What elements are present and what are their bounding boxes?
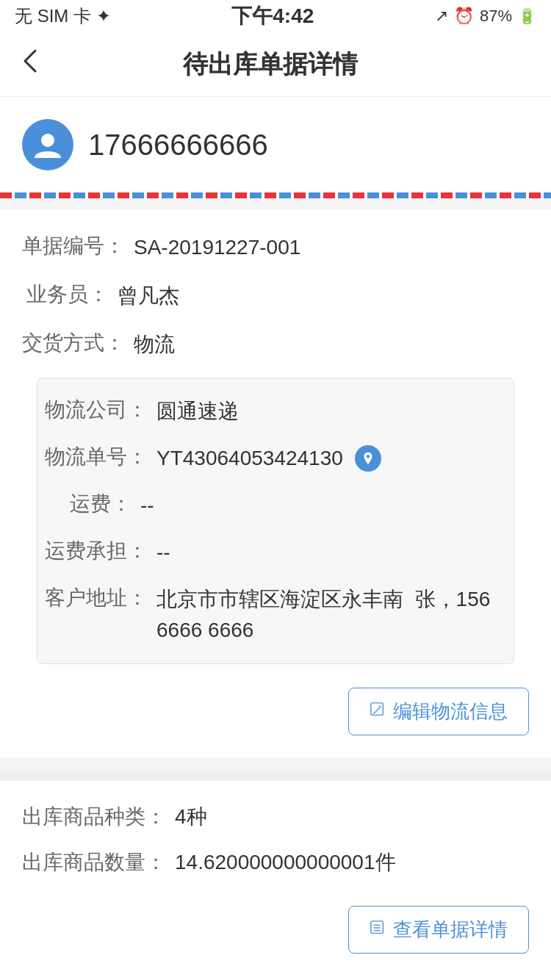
location-icon: ↗ xyxy=(435,7,448,26)
logistics-company-value: 圆通速递 xyxy=(156,396,506,427)
address-label: 客户地址： xyxy=(45,584,156,612)
freight-value: -- xyxy=(140,490,506,521)
address-value: 北京市市辖区海淀区永丰南 张，156 6666 6666 xyxy=(156,584,506,646)
freight-bear-label: 运费承担： xyxy=(45,537,156,565)
section-divider xyxy=(0,769,551,781)
view-detail-button[interactable]: 查看单据详情 xyxy=(348,906,529,954)
salesman-label: 业务员： xyxy=(22,281,118,309)
sim-status: 无 SIM 卡 ✦ xyxy=(15,4,111,28)
delivery-row: 交货方式： 物流 xyxy=(22,329,529,360)
dashed-divider xyxy=(0,192,551,198)
logistics-company-row: 物流公司： 圆通速递 xyxy=(45,396,506,427)
edit-logistics-label: 编辑物流信息 xyxy=(393,699,508,724)
document-number-label: 单据编号： xyxy=(22,232,134,260)
customer-phone: 17666666666 xyxy=(88,129,268,162)
salesman-value: 曾凡杰 xyxy=(118,281,529,311)
document-number-value: SA-20191227-001 xyxy=(134,232,529,263)
page-title: 待出库单据详情 xyxy=(53,48,488,82)
status-left: 无 SIM 卡 ✦ xyxy=(15,4,111,28)
goods-types-label: 出库商品种类： xyxy=(22,803,175,831)
status-time: 下午4:42 xyxy=(231,2,314,30)
status-right: ↗ ⏰ 87% 🔋 xyxy=(435,7,536,26)
delivery-value: 物流 xyxy=(134,329,529,360)
edit-logistics-area: 编辑物流信息 xyxy=(22,676,529,750)
customer-section: 17666666666 xyxy=(0,97,551,198)
list-icon xyxy=(370,918,386,941)
battery-icon: 🔋 xyxy=(518,7,536,25)
edit-logistics-button[interactable]: 编辑物流信息 xyxy=(348,688,529,735)
alarm-icon: ⏰ xyxy=(454,7,474,26)
view-detail-area: 查看单据详情 xyxy=(22,894,529,968)
goods-quantity-label: 出库商品数量： xyxy=(22,849,175,876)
address-row: 客户地址： 北京市市辖区海淀区永丰南 张，156 6666 6666 xyxy=(45,584,506,646)
status-bar: 无 SIM 卡 ✦ 下午4:42 ↗ ⏰ 87% 🔋 xyxy=(0,0,551,32)
goods-quantity-row: 出库商品数量： 14.620000000000001件 xyxy=(22,849,529,876)
delivery-label: 交货方式： xyxy=(22,329,134,357)
content-area: 17666666666 单据编号： SA-20191227-001 业务员： 曾… xyxy=(0,97,551,980)
logistics-tracking-row: 物流单号： YT43064053424130 xyxy=(45,443,506,474)
goods-types-row: 出库商品种类： 4种 xyxy=(22,803,529,831)
logistics-company-label: 物流公司： xyxy=(45,396,156,424)
location-map-icon[interactable] xyxy=(355,445,381,472)
goods-section: 出库商品种类： 4种 出库商品数量： 14.620000000000001件 xyxy=(0,781,551,980)
svg-rect-3 xyxy=(371,921,383,934)
logistics-tracking-label: 物流单号： xyxy=(45,443,156,471)
battery-status: 87% xyxy=(480,7,512,26)
back-button[interactable] xyxy=(22,48,38,81)
freight-bear-value: -- xyxy=(156,537,506,568)
nav-bar: 待出库单据详情 xyxy=(0,32,551,97)
freight-label: 运费： xyxy=(45,490,140,518)
goods-quantity-value: 14.620000000000001件 xyxy=(175,849,529,876)
avatar xyxy=(22,119,73,170)
svg-point-1 xyxy=(367,455,370,458)
freight-row: 运费： -- xyxy=(45,490,506,521)
view-detail-label: 查看单据详情 xyxy=(393,917,508,943)
document-info-section: 单据编号： SA-20191227-001 业务员： 曾凡杰 交货方式： 物流 … xyxy=(0,210,551,757)
logistics-box: 物流公司： 圆通速递 物流单号： YT43064053424130 xyxy=(37,378,514,664)
logistics-tracking-value: YT43064053424130 xyxy=(156,443,506,474)
svg-rect-2 xyxy=(371,703,383,716)
document-number-row: 单据编号： SA-20191227-001 xyxy=(22,232,529,263)
freight-bear-row: 运费承担： -- xyxy=(45,537,506,568)
salesman-row: 业务员： 曾凡杰 xyxy=(22,281,529,311)
goods-types-value: 4种 xyxy=(175,803,529,831)
edit-icon xyxy=(370,700,386,723)
svg-point-0 xyxy=(41,134,54,147)
